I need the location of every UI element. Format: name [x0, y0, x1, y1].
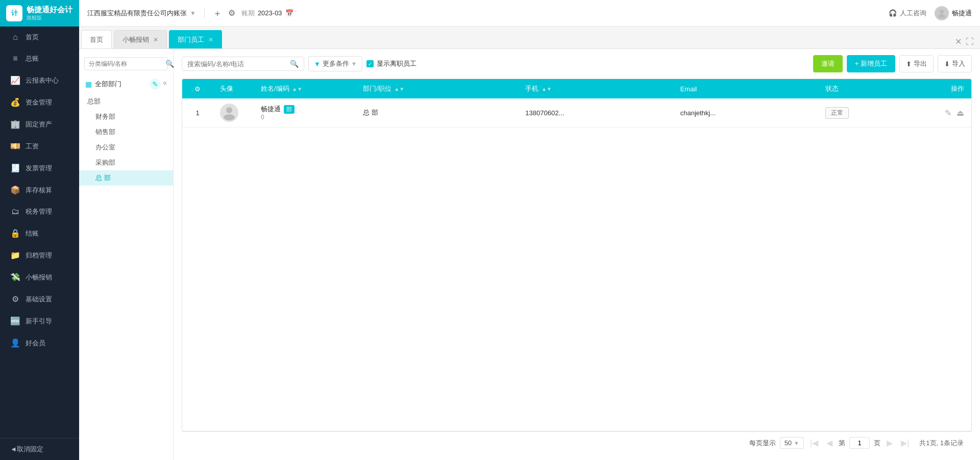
- dept-collapse-icon[interactable]: «: [163, 79, 167, 90]
- expand-icon[interactable]: ⛶: [966, 37, 974, 46]
- sort-phone-icon: ▲▼: [542, 87, 552, 91]
- tab-dept-close-icon[interactable]: ✕: [208, 36, 213, 43]
- service-button[interactable]: 🎧 人工咨询: [889, 9, 926, 18]
- sidebar-item-inventory[interactable]: 📦 库存核算: [0, 179, 79, 201]
- dept-child-office[interactable]: 办公室: [79, 140, 173, 155]
- emp-search-icon[interactable]: 🔍: [290, 60, 299, 68]
- sidebar-item-archive[interactable]: 📁 归档管理: [0, 244, 79, 266]
- sidebar-item-tax[interactable]: 🗂 税务管理: [0, 201, 79, 222]
- page-number-input[interactable]: [849, 437, 870, 449]
- add-employee-button[interactable]: + 新增员工: [847, 55, 895, 72]
- add-company-button[interactable]: ＋: [213, 7, 222, 19]
- import-button[interactable]: ⬇ 导入: [938, 55, 972, 72]
- sidebar-item-close[interactable]: 🔒 结账: [0, 222, 79, 244]
- sidebar-item-invoice[interactable]: 🧾 发票管理: [0, 157, 79, 179]
- dept-child-purchase[interactable]: 采购部: [79, 155, 173, 170]
- dept-search-box[interactable]: 🔍: [84, 57, 168, 70]
- col-status: 状态: [818, 79, 900, 98]
- main-area: 江西服宝精品有限责任公司内账张 ▼ ＋ ⚙ 账期 2023-03 📅 🎧 人工咨…: [79, 0, 980, 460]
- dept-search-input[interactable]: [89, 60, 165, 67]
- page-size-select[interactable]: 50 ▼: [780, 437, 804, 449]
- assets-icon: 🏢: [10, 119, 20, 129]
- salary-icon: 💴: [10, 141, 20, 151]
- row-status: 正常: [818, 98, 900, 127]
- col-settings[interactable]: ⚙: [182, 79, 213, 98]
- cancel-fixed-button[interactable]: ◄取消固定: [0, 438, 79, 460]
- show-resigned-toggle[interactable]: ✓ 显示离职员工: [366, 59, 416, 68]
- sidebar-item-expense[interactable]: 💸 小畅报销: [0, 266, 79, 288]
- sidebar-item-home[interactable]: ⌂ 首页: [0, 27, 79, 48]
- filter-icon: ▼: [314, 60, 321, 68]
- sidebar-item-settings[interactable]: ⚙ 基础设置: [0, 288, 79, 310]
- settings-icon: ⚙: [10, 294, 20, 304]
- sidebar-item-funds[interactable]: 💰 资金管理: [0, 91, 79, 113]
- sidebar-item-ledger[interactable]: ≡ 总账: [0, 48, 79, 69]
- row-email: chanjethkj...: [673, 98, 818, 127]
- inventory-icon: 📦: [10, 185, 20, 195]
- grid-icon: ▦: [85, 80, 92, 88]
- chevron-down-icon: ▼: [190, 10, 196, 17]
- topbar-divider-1: [204, 8, 205, 18]
- status-badge: 正常: [825, 107, 849, 119]
- edit-button[interactable]: ✎: [945, 108, 951, 118]
- home-icon: ⌂: [10, 33, 20, 42]
- user-name: 畅捷通: [952, 9, 972, 18]
- logout-button[interactable]: ⏏: [957, 108, 964, 118]
- app-logo[interactable]: 计 畅捷通好会计 旗舰版: [0, 0, 79, 27]
- prev-page-button[interactable]: ◀: [824, 437, 835, 449]
- emp-search-box[interactable]: 🔍: [182, 57, 304, 71]
- sidebar-item-guide[interactable]: 🆕 新手引导: [0, 310, 79, 332]
- sidebar-item-salary[interactable]: 💴 工资: [0, 135, 79, 157]
- tab-dept[interactable]: 部门员工 ✕: [169, 30, 222, 48]
- emp-action-buttons: 邀请 + 新增员工 ⬆ 导出 ⬇ 导入: [813, 55, 972, 72]
- tab-home[interactable]: 首页: [81, 30, 112, 48]
- last-page-button[interactable]: ▶|: [899, 437, 911, 449]
- col-dept-label: 部门/职位: [363, 85, 391, 92]
- sidebar-item-assets[interactable]: 🏢 固定资产: [0, 113, 79, 135]
- dept-child-finance[interactable]: 财务部: [79, 109, 173, 124]
- tab-expense[interactable]: 小畅报销 ✕: [114, 30, 167, 48]
- first-page-button[interactable]: |◀: [808, 437, 820, 449]
- row-operations: ✎ ⏏: [907, 108, 964, 118]
- dept-badge: 部: [284, 105, 295, 114]
- row-ops: ✎ ⏏: [900, 98, 971, 127]
- col-email: Email: [673, 79, 818, 98]
- dept-parent-item[interactable]: 总部: [79, 94, 173, 109]
- employee-table: ⚙ 头像 姓名/编码 ▲▼ 部门/职位 ▲▼ 手机: [182, 79, 972, 431]
- col-ops: 操作: [900, 79, 971, 98]
- sidebar-item-contacts[interactable]: 👤 好会员: [0, 332, 79, 354]
- tab-expense-close-icon[interactable]: ✕: [153, 36, 158, 43]
- dept-child-general[interactable]: 总 部: [79, 170, 173, 186]
- sidebar-label-guide: 新手引导: [26, 317, 52, 326]
- user-menu[interactable]: 畅捷通: [935, 6, 972, 20]
- topbar: 江西服宝精品有限责任公司内账张 ▼ ＋ ⚙ 账期 2023-03 📅 🎧 人工咨…: [79, 0, 980, 27]
- company-selector[interactable]: 江西服宝精品有限责任公司内账张 ▼: [87, 9, 196, 18]
- export-icon: ⬆: [906, 60, 912, 68]
- page-label: 第: [839, 439, 845, 448]
- emp-filter-button[interactable]: ▼ 更多条件 ▼: [308, 56, 362, 71]
- logo-text-block: 畅捷通好会计 旗舰版: [27, 5, 72, 21]
- filter-label: 更多条件: [323, 59, 349, 68]
- close-tab-icon[interactable]: ✕: [955, 37, 962, 46]
- invite-button[interactable]: 邀请: [813, 55, 843, 72]
- import-icon: ⬇: [944, 60, 950, 68]
- col-name[interactable]: 姓名/编码 ▲▼: [254, 79, 356, 98]
- sort-name-icon: ▲▼: [292, 87, 302, 91]
- export-button[interactable]: ⬆ 导出: [899, 55, 934, 72]
- tax-icon: 🗂: [10, 207, 20, 216]
- page-total: 共1页, 1条记录: [919, 439, 964, 448]
- calendar-icon[interactable]: 📅: [285, 9, 293, 17]
- employee-table-element: ⚙ 头像 姓名/编码 ▲▼ 部门/职位 ▲▼ 手机: [182, 79, 971, 127]
- next-page-button[interactable]: ▶: [885, 437, 895, 449]
- dept-child-sales[interactable]: 销售部: [79, 124, 173, 140]
- col-dept[interactable]: 部门/职位 ▲▼: [356, 79, 518, 98]
- dept-search-icon[interactable]: 🔍: [165, 60, 174, 68]
- dept-add-button[interactable]: ✎: [150, 79, 161, 90]
- topbar-settings-icon[interactable]: ⚙: [228, 8, 235, 18]
- dept-all-item[interactable]: ▦ 全部部门 ✎ «: [79, 74, 173, 94]
- resigned-checkbox[interactable]: ✓: [366, 60, 374, 67]
- emp-search-input[interactable]: [187, 60, 290, 68]
- dept-child-sales-label: 销售部: [95, 128, 115, 136]
- sidebar-item-reports[interactable]: 📈 云报表中心: [0, 69, 79, 91]
- col-phone[interactable]: 手机 ▲▼: [518, 79, 673, 98]
